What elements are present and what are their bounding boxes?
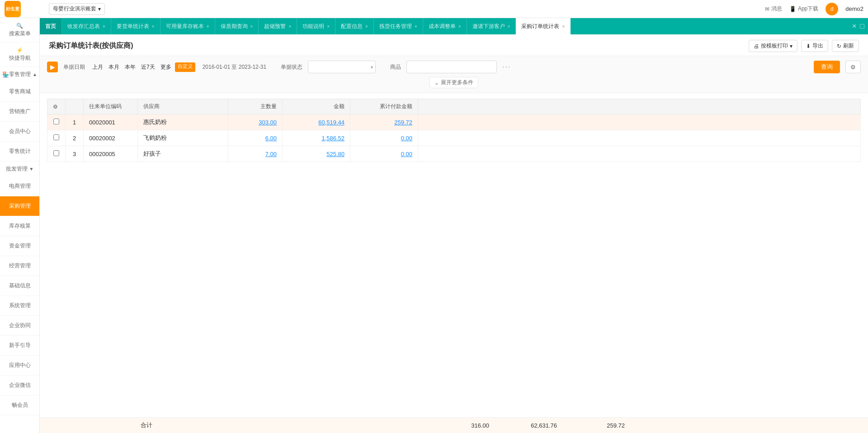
row-checkbox[interactable] (53, 119, 59, 124)
more-options-icon[interactable]: ··· (502, 63, 511, 71)
shortcut-this-year[interactable]: 本年 (123, 62, 137, 72)
row-qty-cell[interactable]: 7.00 (228, 146, 283, 162)
export-button[interactable]: ⬇ 导出 (801, 40, 828, 52)
sidebar-item-search[interactable]: 🔍 搜索菜单 (0, 18, 39, 43)
sidebar-item-member-plan[interactable]: 畅会员 (0, 395, 39, 415)
sidebar-item-corp-collab[interactable]: 企业协同 (0, 316, 39, 336)
sidebar-item-retail-mgmt[interactable]: 🏪 零售管理 ▲ (0, 67, 39, 82)
status-select[interactable] (308, 61, 376, 73)
filter-row: ▶ 单据日期 上月 本月 本年 近7天 更多 自定义 2016-01-01 至 … (47, 61, 861, 73)
row-paid-cell[interactable]: 0.00 (350, 130, 418, 146)
message-action[interactable]: ✉ 消息 (765, 5, 782, 13)
expand-more-button[interactable]: ⌄ 展开更多条件 (429, 77, 478, 88)
template-print-button[interactable]: 🖨 按模板打印 ▾ (749, 40, 797, 52)
tab-home-label: 首页 (45, 23, 56, 30)
tab-invite-downstream[interactable]: 邀请下游客户 × (467, 18, 516, 34)
app-download-action[interactable]: 📱 App下载 (789, 5, 818, 13)
sidebar-item-inventory[interactable]: 库存核算 (0, 216, 39, 236)
row-amount-cell[interactable]: 1,586.52 (283, 130, 350, 146)
sidebar-item-members[interactable]: 会员中心 (0, 122, 39, 142)
search-button[interactable]: 查询 (814, 61, 840, 73)
gear-icon: ⚙ (850, 64, 856, 71)
row-qty-cell[interactable]: 303.00 (228, 114, 283, 130)
row-checkbox[interactable] (53, 134, 59, 140)
tab-close-icon[interactable]: × (365, 24, 368, 29)
sidebar-item-purchase-mgmt[interactable]: 采购管理 (0, 196, 39, 216)
tab-home[interactable]: 首页 (40, 18, 62, 34)
message-icon: ✉ (765, 6, 769, 12)
tab-warranty-query[interactable]: 保质期查询 × (215, 18, 259, 34)
sidebar-item-wholesale-mgmt[interactable]: 批发管理 ▼ (0, 162, 39, 176)
custom-date-badge[interactable]: 自定义 (175, 62, 195, 72)
sidebar-item-corp-wechat[interactable]: 企业微信 (0, 376, 39, 395)
tab-close-icon[interactable]: × (103, 24, 105, 29)
user-name[interactable]: demo2 (845, 5, 863, 12)
sidebar-item-operations[interactable]: 经营管理 (0, 256, 39, 276)
tab-label: 要货单统计表 (117, 23, 149, 30)
sidebar-item-ecommerce[interactable]: 电商管理 (0, 176, 39, 196)
shortcut-last-month[interactable]: 上月 (90, 62, 105, 72)
sidebar-item-label: 批发管理 (6, 165, 28, 173)
sidebar-item-retail-stats[interactable]: 零售统计 (0, 142, 39, 162)
sidebar-item-quick-nav[interactable]: ⚡ 快捷导航 (0, 43, 39, 67)
filter-toggle-button[interactable]: ▶ (47, 62, 58, 72)
sidebar-item-label: 零售管理 (9, 71, 31, 78)
row-qty-cell[interactable]: 6.00 (228, 130, 283, 146)
goods-input[interactable] (406, 61, 497, 73)
sidebar-item-label: 库存核算 (9, 222, 31, 230)
tab-func-desc[interactable]: 功能说明 × (297, 18, 335, 34)
shortcut-7days[interactable]: 近7天 (139, 62, 157, 72)
tab-close-icon[interactable]: × (562, 24, 565, 29)
workspace-selector[interactable]: 母婴行业演示账套 ▾ (49, 3, 105, 15)
row-amount-cell[interactable]: 525.80 (283, 146, 350, 162)
tab-close-icon[interactable]: × (508, 24, 510, 29)
user-avatar[interactable]: d (826, 3, 838, 15)
row-paid-cell[interactable]: 0.00 (350, 146, 418, 162)
tab-cost-adjust[interactable]: 成本调整单 × (423, 18, 467, 34)
row-checkbox[interactable] (53, 150, 59, 156)
sidebar-item-finance[interactable]: 资金管理 (0, 236, 39, 256)
settings-col-icon[interactable]: ⚙ (53, 104, 58, 110)
tab-close-icon[interactable]: × (207, 24, 209, 29)
row-extra-cell (418, 146, 861, 162)
tab-receive-send[interactable]: 收发存汇总表 × (62, 18, 111, 34)
close-all-tabs-icon[interactable]: × (852, 22, 856, 30)
tab-close-icon[interactable]: × (250, 24, 253, 29)
tab-goods-stats[interactable]: 要货单统计表 × (111, 18, 160, 34)
row-checkbox-cell[interactable] (47, 146, 66, 162)
row-amount-cell[interactable]: 60,519.44 (283, 114, 350, 130)
tab-available-inventory[interactable]: 可用量库存账本 × (160, 18, 215, 34)
row-checkbox-cell[interactable] (47, 114, 66, 130)
tab-config-info[interactable]: 配置信息 × (335, 18, 374, 34)
top-bar-right: ✉ 消息 📱 App下载 d demo2 (765, 3, 863, 15)
tab-close-icon[interactable]: × (327, 24, 330, 29)
tab-overstock-warning[interactable]: 超储预警 × (259, 18, 297, 34)
chevron-up-icon: ▲ (33, 72, 37, 77)
maximize-icon[interactable]: □ (860, 22, 864, 30)
sidebar-item-retail-shop[interactable]: 零售商城 (0, 82, 39, 102)
sidebar-item-new-guide[interactable]: 新手引导 (0, 336, 39, 356)
sidebar-item-app-center[interactable]: 应用中心 (0, 356, 39, 376)
sidebar-item-label: 会员中心 (9, 128, 31, 135)
row-checkbox-cell[interactable] (47, 130, 66, 146)
shortcut-more[interactable]: 更多 (159, 62, 173, 72)
row-code-cell: 00020001 (84, 114, 138, 130)
retail-mgmt-icon: 🏪 (2, 71, 9, 78)
tab-close-icon[interactable]: × (288, 24, 291, 29)
shortcut-this-month[interactable]: 本月 (107, 62, 121, 72)
tab-close-icon[interactable]: × (458, 24, 461, 29)
sidebar-item-marketing[interactable]: 营销推广 (0, 102, 39, 122)
settings-button[interactable]: ⚙ (845, 61, 861, 73)
sidebar-item-sys-mgmt[interactable]: 系统管理 (0, 296, 39, 316)
main-layout: 🔍 搜索菜单 ⚡ 快捷导航 🏪 零售管理 ▲ 零售商城 营销推广 会员中心 (0, 18, 868, 433)
status-select-wrapper (308, 61, 376, 73)
row-paid-cell[interactable]: 259.72 (350, 114, 418, 130)
row-code-cell: 00020005 (84, 146, 138, 162)
sidebar-item-basic-info[interactable]: 基础信息 (0, 276, 39, 296)
refresh-button[interactable]: ↻ 刷新 (832, 40, 859, 52)
date-filter-label: 单据日期 (63, 63, 85, 71)
tab-picking-task[interactable]: 拣货任务管理 × (374, 18, 423, 34)
tab-purchase-stats[interactable]: 采购订单统计表 × (516, 18, 571, 34)
tab-close-icon[interactable]: × (152, 24, 155, 29)
tab-close-icon[interactable]: × (415, 24, 417, 29)
